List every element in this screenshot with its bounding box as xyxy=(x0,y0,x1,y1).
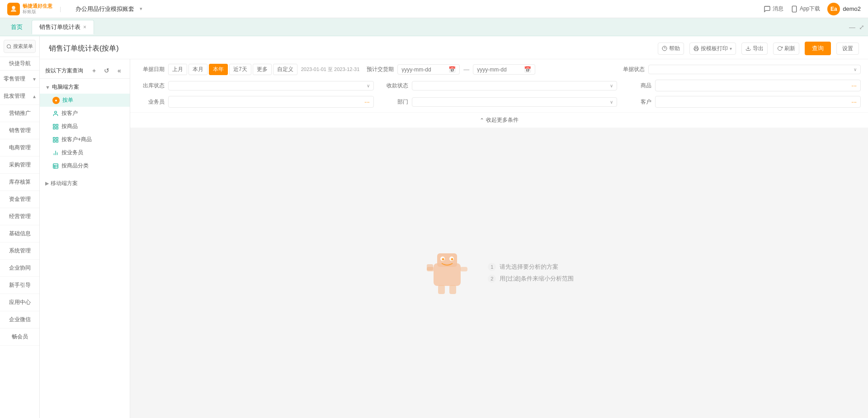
delivery-date-start[interactable] xyxy=(401,66,447,73)
message-action[interactable]: 消息 xyxy=(764,5,783,13)
salesperson-dots[interactable]: ··· xyxy=(364,98,370,105)
mobile-group-header[interactable]: ▶ 移动端方案 xyxy=(40,177,130,190)
salesperson-label: 业务员 xyxy=(137,98,165,106)
date-7days-btn[interactable]: 近7天 xyxy=(229,64,251,75)
tip-1-text: 请先选择要分析的方案 xyxy=(500,263,558,271)
user-area[interactable]: Ea demo2 xyxy=(827,3,861,15)
print-dropdown-arrow[interactable]: ▾ xyxy=(730,46,732,51)
sidebar-item-member[interactable]: 畅会员 xyxy=(0,328,39,346)
retail-expand-arrow: ▾ xyxy=(33,76,36,82)
payment-status-select[interactable]: ∨ xyxy=(412,81,618,90)
svg-point-29 xyxy=(442,258,444,260)
date-prev-month-btn[interactable]: 上月 xyxy=(168,64,187,75)
ecommerce-label: 电商管理 xyxy=(9,144,31,152)
svg-rect-34 xyxy=(460,267,467,271)
sidebar-item-newbie[interactable]: 新手引导 xyxy=(0,277,39,294)
scheme-item-label: 按商品分类 xyxy=(61,162,89,170)
app-download-action[interactable]: App下载 xyxy=(791,5,820,13)
delivery-status-select[interactable]: ∨ xyxy=(168,81,374,90)
top-header: 畅捷通好生意 标账版 | 办公用品行业模拟账套 ▾ 消息 App下载 Ea de… xyxy=(0,0,868,18)
sidebar-item-finance[interactable]: 资金管理 xyxy=(0,191,39,208)
sidebar-item-marketing[interactable]: 营销推广 xyxy=(0,105,39,122)
customer-label: 客户 xyxy=(624,98,651,106)
sidebar-item-ecommerce[interactable]: 电商管理 xyxy=(0,139,39,157)
add-scheme-btn[interactable]: + xyxy=(89,66,99,76)
system-label: 系统管理 xyxy=(9,247,31,255)
sidebar-item-retail[interactable]: 零售管理 ▾ xyxy=(0,71,39,88)
sidebar-item-appcenter[interactable]: 应用中心 xyxy=(0,294,39,311)
scheme-item-by-order[interactable]: ● 按单 xyxy=(40,94,130,107)
date-more-btn[interactable]: 更多 xyxy=(253,64,272,75)
empty-tip-1: 1 请先选择要分析的方案 xyxy=(488,263,573,271)
help-btn[interactable]: 帮助 xyxy=(658,43,684,55)
settings-btn[interactable]: 设置 xyxy=(836,43,859,55)
tab-minimize-icon[interactable]: — xyxy=(849,24,855,31)
sidebar-item-wechat[interactable]: 企业微信 xyxy=(0,311,39,328)
svg-rect-17 xyxy=(53,140,55,142)
svg-rect-7 xyxy=(695,49,698,51)
svg-rect-15 xyxy=(56,137,58,139)
content-split: 按以下方案查询 + ↺ « ▼ xyxy=(40,59,868,418)
tab-active[interactable]: 销售订单统计表 × xyxy=(32,20,94,34)
query-btn[interactable]: 查询 xyxy=(805,42,831,55)
tab-maximize-icon[interactable]: ⤢ xyxy=(859,24,864,31)
refresh-btn[interactable]: 刷新 xyxy=(773,43,799,55)
svg-rect-10 xyxy=(53,124,55,126)
tab-home[interactable]: 首页 xyxy=(4,20,30,34)
product-label: 商品 xyxy=(624,82,651,90)
tab-bar: 首页 销售订单统计表 × — ⤢ xyxy=(0,18,868,36)
header-left: 畅捷通好生意 标账版 | 办公用品行业模拟账套 ▾ xyxy=(7,3,142,15)
date-this-year-btn[interactable]: 本年 xyxy=(209,64,228,75)
tab-close-icon[interactable]: × xyxy=(83,24,86,30)
panel-header: 按以下方案查询 + ↺ « xyxy=(40,63,130,79)
date-custom-btn[interactable]: 自定义 xyxy=(273,64,297,75)
empty-tips: 1 请先选择要分析的方案 2 用[过滤]条件来缩小分析范围 xyxy=(488,263,573,283)
date-this-month-btn[interactable]: 本月 xyxy=(189,64,208,75)
logo-icon xyxy=(7,3,20,15)
scheme-item-by-salesperson[interactable]: 按业务员 xyxy=(40,146,130,159)
collapse-btn[interactable]: ⌃ 收起更多条件 xyxy=(130,112,868,128)
sidebar-item-base[interactable]: 基础信息 xyxy=(0,225,39,242)
title-dropdown-arrow[interactable]: ▾ xyxy=(140,6,142,12)
tab-bar-actions: — ⤢ xyxy=(849,24,864,31)
scheme-item-by-customer-product[interactable]: 按客户+商品 xyxy=(40,133,130,146)
user-avatar: Ea xyxy=(827,3,840,15)
logo-text-line1: 畅捷通好生意 xyxy=(23,3,52,9)
delivery-date-end[interactable] xyxy=(477,66,522,73)
refresh-scheme-btn[interactable]: ↺ xyxy=(102,66,112,76)
calendar-end-icon[interactable]: 📅 xyxy=(524,66,531,73)
export-btn[interactable]: 导出 xyxy=(741,43,768,55)
svg-rect-12 xyxy=(56,127,58,129)
main-layout: 帮助 搜索菜单 快捷导航 零售管理 ▾ 批发管理 ▴ 营销推广 销售管理 电商管… xyxy=(0,36,868,418)
sidebar-item-operations[interactable]: 经营管理 xyxy=(0,208,39,225)
sidebar-item-inventory[interactable]: 库存核算 xyxy=(0,174,39,191)
print-btn[interactable]: 按模板打印 ▾ xyxy=(689,43,736,55)
pc-group-header[interactable]: ▼ 电脑端方案 xyxy=(40,81,130,94)
sidebar: 帮助 搜索菜单 快捷导航 零售管理 ▾ 批发管理 ▴ 营销推广 销售管理 电商管… xyxy=(0,36,40,418)
scheme-item-by-product[interactable]: 按商品 xyxy=(40,120,130,133)
sidebar-item-sales[interactable]: 销售管理 xyxy=(0,122,39,139)
sidebar-item-enterprise[interactable]: 企业协同 xyxy=(0,260,39,277)
quick-nav-btn[interactable]: 快捷导航 xyxy=(0,57,39,71)
scheme-item-label: 按客户 xyxy=(61,109,78,117)
retail-label: 零售管理 xyxy=(4,75,25,83)
page-title: 销售订单统计表(按单) xyxy=(49,44,119,53)
operations-label: 经营管理 xyxy=(9,213,31,220)
status-select[interactable]: ∨ xyxy=(648,65,861,74)
sidebar-item-purchase[interactable]: 采购管理 xyxy=(0,157,39,174)
search-menu-btn[interactable]: 帮助 搜索菜单 xyxy=(4,40,36,53)
scheme-item-by-category[interactable]: 按商品分类 xyxy=(40,159,130,172)
wholesale-expand-arrow: ▴ xyxy=(33,93,36,100)
customer-dots[interactable]: ··· xyxy=(851,98,857,105)
collapse-panel-btn[interactable]: « xyxy=(114,66,124,76)
calendar-start-icon[interactable]: 📅 xyxy=(448,66,456,73)
newbie-label: 新手引导 xyxy=(9,281,31,289)
department-select[interactable]: ∨ xyxy=(412,97,618,107)
sidebar-item-wholesale[interactable]: 批发管理 ▴ xyxy=(0,88,39,105)
wechat-label: 企业微信 xyxy=(9,316,31,323)
product-dots[interactable]: ··· xyxy=(851,82,857,89)
svg-rect-13 xyxy=(53,127,55,129)
payment-status-arrow: ∨ xyxy=(610,83,613,88)
scheme-item-by-customer[interactable]: 按客户 xyxy=(40,107,130,120)
sidebar-item-system[interactable]: 系统管理 xyxy=(0,242,39,260)
